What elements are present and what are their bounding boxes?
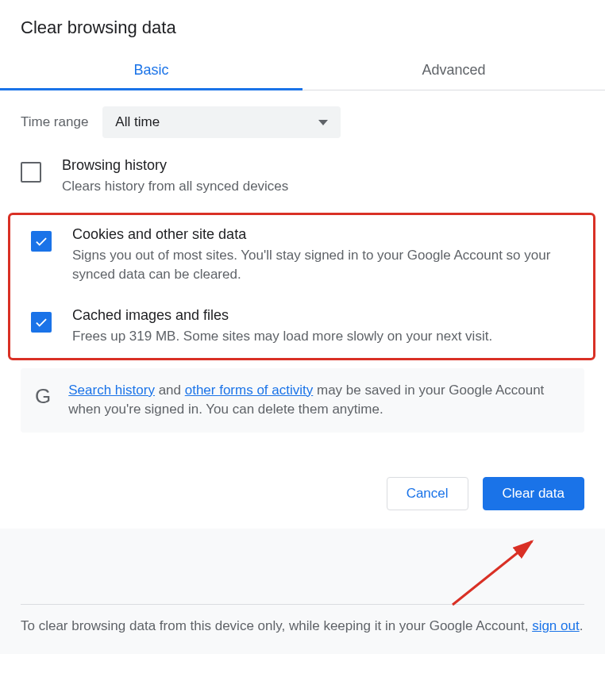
time-range-value: All time: [115, 114, 160, 130]
option-title: Browsing history: [62, 157, 584, 174]
sign-out-link[interactable]: sign out: [532, 618, 580, 633]
time-range-label: Time range: [21, 114, 88, 130]
scroll-area[interactable]: Time range All time Browsing history Cle…: [0, 90, 605, 460]
highlight-annotation: Cookies and other site data Signs you ou…: [8, 213, 595, 360]
option-cookies: Cookies and other site data Signs you ou…: [10, 215, 593, 296]
divider: [21, 604, 584, 605]
google-account-notice: G Search history and other forms of acti…: [21, 368, 584, 433]
cancel-button[interactable]: Cancel: [387, 477, 468, 510]
checkbox-browsing-history[interactable]: [21, 162, 41, 183]
option-desc: Signs you out of most sites. You'll stay…: [72, 246, 572, 285]
option-desc: Frees up 319 MB. Some sites may load mor…: [72, 327, 572, 347]
other-forms-link[interactable]: other forms of activity: [185, 383, 314, 398]
tab-basic[interactable]: Basic: [0, 52, 302, 90]
dialog-title: Clear browsing data: [0, 0, 605, 52]
time-range-row: Time range All time: [0, 90, 605, 146]
option-desc: Clears history from all synced devices: [62, 177, 584, 197]
clear-data-button[interactable]: Clear data: [483, 477, 584, 510]
option-title: Cookies and other site data: [72, 226, 572, 243]
tab-advanced[interactable]: Advanced: [302, 52, 605, 90]
checkbox-cookies[interactable]: [31, 231, 52, 252]
option-browsing-history: Browsing history Clears history from all…: [0, 146, 605, 208]
checkbox-cached[interactable]: [31, 312, 52, 333]
footer-buttons: Cancel Clear data: [0, 460, 605, 528]
search-history-link[interactable]: Search history: [68, 383, 155, 398]
notice-conj: and: [155, 383, 185, 398]
time-range-select[interactable]: All time: [102, 106, 341, 138]
footer-end: .: [580, 618, 584, 633]
footer-text: To clear browsing data from this device …: [21, 618, 532, 633]
option-title: Cached images and files: [72, 307, 572, 324]
google-g-icon: G: [35, 384, 51, 409]
chevron-down-icon: [318, 120, 328, 125]
dialog-tabs: Basic Advanced: [0, 52, 605, 90]
bottom-section: To clear browsing data from this device …: [0, 528, 605, 654]
option-cached: Cached images and files Frees up 319 MB.…: [10, 296, 593, 358]
